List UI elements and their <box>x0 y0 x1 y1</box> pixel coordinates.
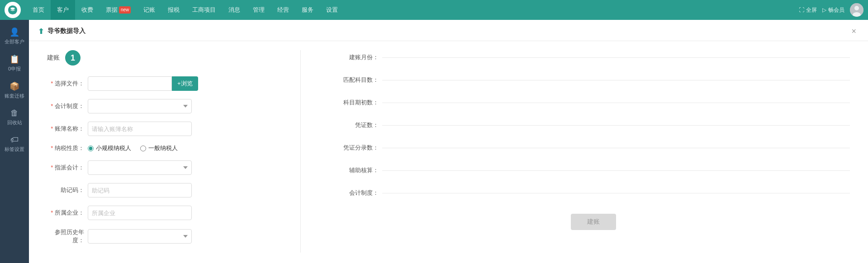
step-circle: 1 <box>65 50 81 66</box>
info-row-account-month: 建账月份： <box>337 50 850 65</box>
label-ledger-name: 账簿名称： <box>47 125 88 133</box>
upload-icon: ⬆ <box>38 27 44 36</box>
form-row-tax-type: 纳税性质： 小规模纳税人 一般纳税人 <box>47 144 291 152</box>
nav-item-tax[interactable]: 报税 <box>161 0 186 20</box>
label-voucher-count: 凭证数： <box>337 121 382 129</box>
value-aux-accounting <box>382 170 850 171</box>
label-file: 选择文件： <box>47 80 88 88</box>
form-row-history-year: 参照历史年度： <box>47 228 291 244</box>
nav-item-settings[interactable]: 设置 <box>320 0 344 20</box>
svg-point-2 <box>854 6 859 10</box>
tax-type-control: 小规模纳税人 一般纳税人 <box>88 144 192 152</box>
nav-item-customer[interactable]: 客户 <box>51 0 75 20</box>
play-icon: ▷ <box>822 7 826 13</box>
memo-code-input[interactable] <box>88 183 192 197</box>
dialog-body: 建账 1 选择文件： +浏览 会计制度： <box>29 41 868 262</box>
label-history-year: 参照历史年度： <box>47 228 88 244</box>
label-company: 所属企业： <box>47 209 88 217</box>
tag-icon: 🏷 <box>10 135 19 145</box>
vertical-divider <box>300 50 301 253</box>
form-row-company: 所属企业： <box>47 206 291 220</box>
sidebar-item-trash[interactable]: 🗑 回收站 <box>0 105 29 130</box>
dialog-header: ⬆ 导爷数据导入 × <box>29 20 868 41</box>
logo[interactable] <box>5 2 21 18</box>
radio-general-tax[interactable]: 一般纳税人 <box>140 144 178 152</box>
label-aux-accounting: 辅助核算： <box>337 166 382 174</box>
value-voucher-entries <box>382 148 850 148</box>
accounting-system-select[interactable] <box>88 99 192 113</box>
label-subject-init: 科目期初数： <box>337 99 382 107</box>
ledger-name-control <box>88 122 192 136</box>
nav-item-business[interactable]: 工商项目 <box>186 0 222 20</box>
sidebar-item-account-migration[interactable]: 📦 账套迁移 <box>0 78 29 103</box>
nav-item-operation[interactable]: 经营 <box>271 0 295 20</box>
avatar[interactable] <box>850 3 863 17</box>
form-section-right: 建账月份： 匹配科目数： 科目期初数： 凭证数： 凭证分录数： <box>310 50 850 253</box>
ledger-name-input[interactable] <box>88 122 192 136</box>
trash-icon: 🗑 <box>10 108 19 118</box>
value-account-month <box>382 57 850 58</box>
sidebar-item-all-clients[interactable]: 👤 全部客户 <box>0 23 29 49</box>
close-button[interactable]: × <box>849 26 859 36</box>
label-voucher-entries: 凭证分录数： <box>337 144 382 152</box>
form-row-ledger-name: 账簿名称： <box>47 122 291 136</box>
label-memo-code: 助记码： <box>47 186 88 194</box>
label-account-month: 建账月份： <box>337 53 382 61</box>
membership-btn[interactable]: ▷ 畅会员 <box>822 6 844 14</box>
nav-item-billing[interactable]: 收费 <box>75 0 100 20</box>
label-accountant: 指派会计： <box>47 164 88 172</box>
accounting-system-control <box>88 99 192 113</box>
history-year-control <box>88 229 192 244</box>
label-accounting-system-r: 会计制度： <box>337 189 382 197</box>
create-account-button[interactable]: 建账 <box>571 214 616 230</box>
memo-code-control <box>88 183 192 197</box>
fullscreen-btn[interactable]: ⛶ 全屏 <box>799 6 817 14</box>
value-subject-init <box>382 103 850 103</box>
history-year-select[interactable] <box>88 229 192 244</box>
sidebar-item-declaration[interactable]: 📋 0申报 <box>0 51 29 76</box>
nav-item-invoice[interactable]: 票据 new <box>100 0 137 20</box>
company-input[interactable] <box>88 206 192 220</box>
invoice-badge: new <box>119 6 131 14</box>
info-row-voucher-entries: 凭证分录数： <box>337 141 850 155</box>
form-row-accounting-system: 会计制度： <box>47 99 291 113</box>
nav-item-service[interactable]: 服务 <box>295 0 320 20</box>
sidebar: 👤 全部客户 📋 0申报 📦 账套迁移 🗑 回收站 🏷 标签设置 <box>0 20 29 263</box>
nav-item-management[interactable]: 管理 <box>247 0 271 20</box>
step-label: 建账 <box>47 54 60 62</box>
fullscreen-icon: ⛶ <box>799 7 804 13</box>
file-input[interactable] <box>88 76 172 91</box>
accountant-control <box>88 160 192 175</box>
dialog-title: 导爷数据导入 <box>47 27 85 35</box>
label-tax-type: 纳税性质： <box>47 144 88 152</box>
nav-items: 首页 客户 收费 票据 new 记账 报税 工商项目 消息 管理 经营 服务 设… <box>26 0 799 20</box>
info-row-aux-accounting: 辅助核算： <box>337 163 850 178</box>
accountant-select[interactable] <box>88 160 192 175</box>
form-section-left: 建账 1 选择文件： +浏览 会计制度： <box>47 50 291 253</box>
value-match-subjects <box>382 80 850 80</box>
browse-button[interactable]: +浏览 <box>172 76 198 91</box>
form-row-memo-code: 助记码： <box>47 183 291 197</box>
step-header: 建账 1 <box>47 50 291 66</box>
nav-item-accounting[interactable]: 记账 <box>137 0 161 20</box>
main-content: ⬆ 导爷数据导入 × 建账 1 选择文件： <box>29 20 868 263</box>
form-row-accountant: 指派会计： <box>47 160 291 175</box>
dialog-title-area: ⬆ 导爷数据导入 <box>38 27 85 36</box>
form-row-file: 选择文件： +浏览 <box>47 76 291 91</box>
info-row-voucher-count: 凭证数： <box>337 118 850 132</box>
label-accounting-system: 会计制度： <box>47 102 88 110</box>
nav-right: ⛶ 全屏 ▷ 畅会员 <box>799 3 863 17</box>
sidebar-item-tag-settings[interactable]: 🏷 标签设置 <box>0 132 29 156</box>
info-row-subject-init: 科目期初数： <box>337 95 850 110</box>
file-control: +浏览 <box>88 76 192 91</box>
value-voucher-count <box>382 125 850 126</box>
migration-icon: 📦 <box>9 81 19 91</box>
radio-general-input[interactable] <box>140 146 146 151</box>
top-nav: 首页 客户 收费 票据 new 记账 报税 工商项目 消息 管理 经营 服务 设… <box>0 0 868 20</box>
radio-small-tax[interactable]: 小规模纳税人 <box>88 144 131 152</box>
nav-item-message[interactable]: 消息 <box>222 0 247 20</box>
file-row: +浏览 <box>88 76 192 91</box>
radio-small-input[interactable] <box>88 146 94 151</box>
radio-group-tax: 小规模纳税人 一般纳税人 <box>88 144 192 152</box>
nav-item-home[interactable]: 首页 <box>26 0 51 20</box>
